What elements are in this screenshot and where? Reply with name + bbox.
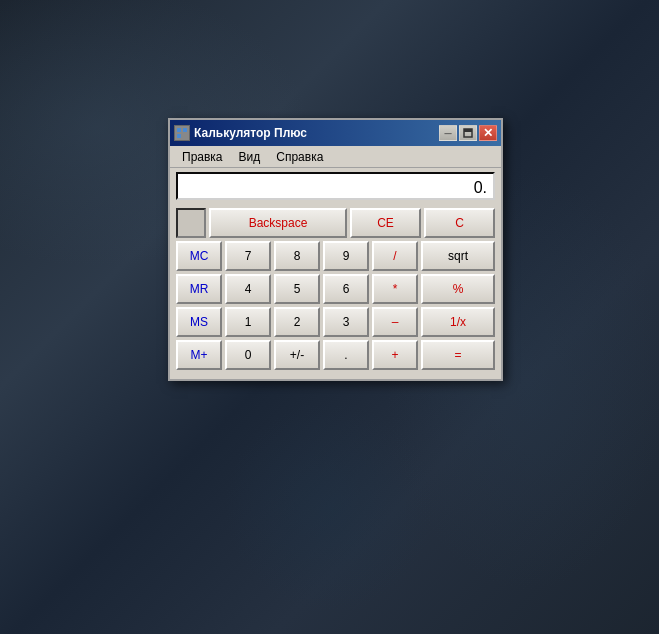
mr-button[interactable]: MR <box>176 274 222 304</box>
menu-view[interactable]: Вид <box>231 148 269 166</box>
row-4: MS 1 2 3 – 1/x <box>176 307 495 337</box>
sqrt-button[interactable]: sqrt <box>421 241 495 271</box>
mc-button[interactable]: MC <box>176 241 222 271</box>
plusminus-button[interactable]: +/- <box>274 340 320 370</box>
sub-button[interactable]: – <box>372 307 418 337</box>
c-button[interactable]: C <box>424 208 495 238</box>
num0-button[interactable]: 0 <box>225 340 271 370</box>
mul-button[interactable]: * <box>372 274 418 304</box>
calc-body: Backspace CE C MC 7 8 9 / sqrt MR 4 5 6 … <box>170 204 501 379</box>
display: 0. <box>176 172 495 200</box>
dot-button[interactable]: . <box>323 340 369 370</box>
num9-button[interactable]: 9 <box>323 241 369 271</box>
maximize-button[interactable] <box>459 125 477 141</box>
num5-button[interactable]: 5 <box>274 274 320 304</box>
row-3: MR 4 5 6 * % <box>176 274 495 304</box>
div-button[interactable]: / <box>372 241 418 271</box>
eq-button[interactable]: = <box>421 340 495 370</box>
svg-rect-5 <box>464 129 472 132</box>
ce-button[interactable]: CE <box>350 208 421 238</box>
backspace-button[interactable]: Backspace <box>209 208 347 238</box>
add-button[interactable]: + <box>372 340 418 370</box>
app-icon <box>174 125 190 141</box>
row-2: MC 7 8 9 / sqrt <box>176 241 495 271</box>
menu-edit[interactable]: Правка <box>174 148 231 166</box>
num6-button[interactable]: 6 <box>323 274 369 304</box>
num2-button[interactable]: 2 <box>274 307 320 337</box>
inv-button[interactable]: 1/x <box>421 307 495 337</box>
svg-rect-3 <box>183 134 187 138</box>
titlebar: Калькулятор Плюс ─ ✕ <box>170 120 501 146</box>
num4-button[interactable]: 4 <box>225 274 271 304</box>
num7-button[interactable]: 7 <box>225 241 271 271</box>
window-controls: ─ ✕ <box>439 125 497 141</box>
menu-help[interactable]: Справка <box>268 148 331 166</box>
num8-button[interactable]: 8 <box>274 241 320 271</box>
svg-rect-2 <box>177 134 181 138</box>
svg-rect-0 <box>177 128 181 132</box>
window-title: Калькулятор Плюс <box>194 126 439 140</box>
row-5: M+ 0 +/- . + = <box>176 340 495 370</box>
display-area: 0. <box>170 168 501 204</box>
menubar: Правка Вид Справка <box>170 146 501 168</box>
memory-indicator <box>176 208 206 238</box>
svg-rect-1 <box>183 128 187 132</box>
close-button[interactable]: ✕ <box>479 125 497 141</box>
pct-button[interactable]: % <box>421 274 495 304</box>
minimize-button[interactable]: ─ <box>439 125 457 141</box>
row-1: Backspace CE C <box>176 208 495 238</box>
ms-button[interactable]: MS <box>176 307 222 337</box>
num3-button[interactable]: 3 <box>323 307 369 337</box>
num1-button[interactable]: 1 <box>225 307 271 337</box>
mplus-button[interactable]: M+ <box>176 340 222 370</box>
calculator-window: Калькулятор Плюс ─ ✕ Правка Вид Справка … <box>168 118 503 381</box>
